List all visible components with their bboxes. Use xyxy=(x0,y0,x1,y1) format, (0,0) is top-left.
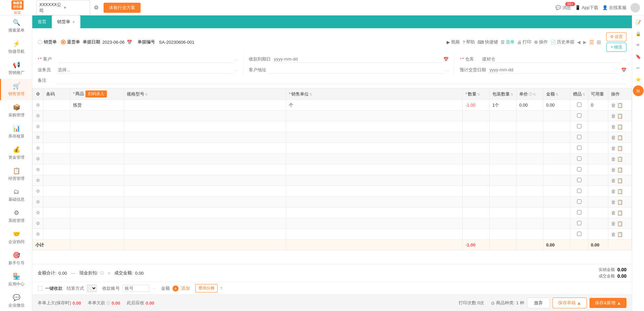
delete-icon[interactable]: 🗑 xyxy=(611,210,616,216)
radio-sales-order[interactable]: 销货单 xyxy=(38,39,57,45)
gift-checkbox[interactable] xyxy=(577,221,581,225)
row-price[interactable] xyxy=(517,132,543,143)
row-barcode[interactable] xyxy=(43,229,70,240)
online-service-button[interactable]: 👤 在线客服 xyxy=(602,5,627,11)
copy-icon[interactable]: 📋 xyxy=(617,113,623,119)
row-gift[interactable] xyxy=(570,229,588,240)
row-qty[interactable] xyxy=(463,207,490,218)
row-settings[interactable]: ⚙ xyxy=(33,207,43,218)
row-amount[interactable] xyxy=(543,143,570,154)
row-unit[interactable] xyxy=(286,132,462,143)
row-gift[interactable] xyxy=(570,186,588,197)
row-pkg-qty[interactable] xyxy=(490,229,517,240)
app-download-button[interactable]: 📱 App下载 xyxy=(575,5,598,11)
row-settings[interactable]: ⚙ xyxy=(33,154,43,164)
row-gift[interactable] xyxy=(570,164,588,175)
payment-checkbox[interactable] xyxy=(38,286,42,291)
row-gift[interactable] xyxy=(570,143,588,154)
sidebar-item-appstore[interactable]: 🏪 应用中心 xyxy=(0,269,32,290)
row-qty[interactable] xyxy=(463,132,490,143)
row-unit[interactable] xyxy=(286,111,462,121)
row-qty[interactable] xyxy=(463,186,490,197)
row-amount[interactable] xyxy=(543,132,570,143)
gift-checkbox[interactable] xyxy=(577,103,581,107)
row-settings[interactable]: ⚙ xyxy=(33,218,43,229)
row-unit[interactable]: 个 xyxy=(286,100,462,111)
row-amount[interactable] xyxy=(543,218,570,229)
avatar[interactable] xyxy=(631,3,640,12)
gift-checkbox[interactable] xyxy=(577,135,581,139)
row-amount[interactable] xyxy=(543,121,570,132)
delete-icon[interactable]: 🗑 xyxy=(611,135,616,140)
tab-close-icon[interactable]: × xyxy=(72,20,75,25)
row-gift[interactable] xyxy=(570,121,588,132)
row-product[interactable] xyxy=(70,121,124,132)
trial-button[interactable]: 体验行业方案 xyxy=(104,3,141,13)
row-settings[interactable]: ⚙ xyxy=(33,197,43,207)
row-pkg-qty[interactable] xyxy=(490,132,517,143)
row-price[interactable] xyxy=(517,175,543,186)
settings-icon[interactable]: ⚙ xyxy=(91,3,101,12)
sidebar-item-wechat[interactable]: 💬 企业微信 xyxy=(0,290,32,311)
expense-button[interactable]: 费用分摊 xyxy=(195,284,218,293)
delete-icon[interactable]: 🗑 xyxy=(611,113,616,119)
row-price[interactable] xyxy=(517,164,543,175)
gift-checkbox[interactable] xyxy=(577,178,581,182)
row-pkg-qty[interactable] xyxy=(490,164,517,175)
message-button[interactable]: 💬 消息 99+ xyxy=(556,5,571,11)
row-product[interactable] xyxy=(70,207,124,218)
gift-checkbox[interactable] xyxy=(577,167,581,171)
sidebar-item-operation[interactable]: 📋 经营管理 xyxy=(0,164,32,185)
row-qty[interactable] xyxy=(463,218,490,229)
row-settings[interactable]: ⚙ xyxy=(33,132,43,143)
row-unit[interactable] xyxy=(286,197,462,207)
row-settings[interactable]: ⚙ xyxy=(33,143,43,154)
row-product[interactable] xyxy=(70,154,124,164)
copy-icon[interactable]: 📋 xyxy=(617,221,623,226)
tab-sales-order[interactable]: 销货单 × xyxy=(52,15,80,28)
row-unit[interactable] xyxy=(286,218,462,229)
row-amount[interactable] xyxy=(543,229,570,240)
row-gift[interactable] xyxy=(570,175,588,186)
row-product[interactable]: 拣货 xyxy=(70,100,124,111)
sidebar-item-guide[interactable]: 🎯 新手引导 xyxy=(0,248,32,269)
copy-icon[interactable]: 📋 xyxy=(617,146,623,151)
copy-icon[interactable]: 📋 xyxy=(617,124,623,129)
row-unit[interactable] xyxy=(286,121,462,132)
row-settings[interactable]: ⚙ xyxy=(33,100,43,111)
row-barcode[interactable] xyxy=(43,175,70,186)
warehouse-input[interactable] xyxy=(481,55,621,63)
bank-input[interactable] xyxy=(122,285,149,292)
row-spec[interactable] xyxy=(124,164,286,175)
delete-icon[interactable]: 🗑 xyxy=(611,156,616,162)
row-product[interactable] xyxy=(70,197,124,207)
row-spec[interactable] xyxy=(124,197,286,207)
row-barcode[interactable] xyxy=(43,100,70,111)
video-tool[interactable]: ▶ 视频 xyxy=(447,39,460,45)
gift-checkbox[interactable] xyxy=(577,124,581,128)
row-spec[interactable] xyxy=(124,132,286,143)
view-list-icon[interactable]: ☰ xyxy=(589,39,594,45)
row-settings[interactable]: ⚙ xyxy=(33,111,43,121)
row-barcode[interactable] xyxy=(43,197,70,207)
row-gift[interactable] xyxy=(570,100,588,111)
view-grid-icon[interactable]: ⊞ xyxy=(597,39,601,45)
row-unit[interactable] xyxy=(286,164,462,175)
customer-input[interactable] xyxy=(58,55,233,63)
delete-icon[interactable]: 🗑 xyxy=(611,167,616,172)
row-amount[interactable] xyxy=(543,186,570,197)
delete-icon[interactable]: 🗑 xyxy=(611,178,616,183)
delivery-input[interactable] xyxy=(488,66,620,74)
sidebar-item-system[interactable]: ⚙ 系统管理 xyxy=(0,206,32,227)
gift-checkbox[interactable] xyxy=(577,146,581,150)
col-settings[interactable]: ⚙ xyxy=(33,88,43,100)
gift-checkbox[interactable] xyxy=(577,189,581,193)
nav-prev-icon[interactable]: ◀ xyxy=(577,40,580,45)
row-settings[interactable]: ⚙ xyxy=(33,164,43,175)
dots-icon[interactable]: ··· xyxy=(152,286,156,291)
date-calendar-icon[interactable]: 📅 xyxy=(127,40,132,45)
remark-input[interactable] xyxy=(56,77,627,84)
row-qty[interactable] xyxy=(463,121,490,132)
row-qty[interactable] xyxy=(463,164,490,175)
row-barcode[interactable] xyxy=(43,154,70,164)
